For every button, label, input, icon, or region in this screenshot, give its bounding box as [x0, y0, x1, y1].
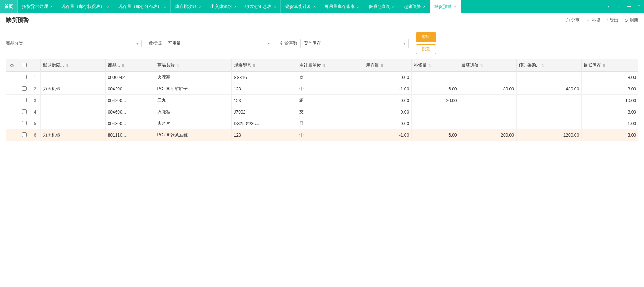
td-checkbox-1[interactable]: [19, 83, 30, 95]
th-min-stock[interactable]: 最低库存 ⇅: [582, 59, 638, 72]
replenish-button[interactable]: ＋ 补货: [586, 17, 600, 24]
select-all-checkbox[interactable]: [22, 63, 27, 67]
td-row-number-0: 1: [30, 72, 40, 83]
nav-tab-demand-stat-close[interactable]: ×: [313, 4, 316, 9]
table-row[interactable]: 1 0000042 火花塞 SS816 支 0.00 8.00: [6, 72, 638, 83]
refresh-button[interactable]: ↻ 刷新: [624, 17, 638, 23]
row-checkbox-3[interactable]: [22, 109, 27, 114]
table-row[interactable]: 3 004200... 三九 123 箱 0.00 20.00 10.00: [6, 95, 638, 106]
td-row-number-1: 2: [30, 83, 40, 95]
th-spec-label: 规格型号: [234, 62, 251, 69]
nav-tab-batch-account-close[interactable]: ×: [199, 4, 201, 9]
nav-tab-shortage-close[interactable]: ×: [454, 4, 456, 9]
nav-tab-overstock-close[interactable]: ×: [423, 4, 425, 9]
nav-tab-inventory-status-close[interactable]: ×: [107, 4, 109, 9]
row-checkbox-4[interactable]: [22, 121, 27, 125]
td-latest-price-2: [459, 95, 516, 106]
td-checkbox-0[interactable]: [19, 72, 30, 83]
nav-tab-in-out-flow[interactable]: 出入库流水 ×: [206, 0, 241, 13]
row-checkbox-2[interactable]: [22, 98, 27, 102]
nav-tab-receive-summary[interactable]: 收发存汇总表 ×: [241, 0, 280, 13]
nav-tab-receive-summary-close[interactable]: ×: [274, 4, 276, 9]
nav-tab-shortage-label: 缺货预警: [434, 4, 452, 10]
nav-tab-abnormal[interactable]: 拣货异常处理 ×: [18, 0, 57, 13]
td-checkbox-5[interactable]: [19, 129, 30, 141]
th-unit-label: 主计量单位: [299, 62, 321, 69]
td-latest-price-1: 80.00: [459, 83, 516, 95]
th-checkbox[interactable]: [19, 59, 30, 72]
nav-tab-abnormal-close[interactable]: ×: [50, 4, 52, 9]
td-supplier-4: [40, 118, 105, 129]
th-unit[interactable]: 主计量单位 ⇅: [297, 59, 364, 72]
data-source-select[interactable]: 可用量 ▾: [165, 39, 273, 48]
td-gear-5: [6, 129, 19, 141]
th-default-supplier[interactable]: 默认供应... ⇅: [40, 59, 105, 72]
td-latest-price-0: [459, 72, 516, 83]
share-icon: ⬡: [566, 18, 570, 23]
sort-icon-stock: ⇅: [380, 63, 383, 67]
nav-tab-overstock[interactable]: 超储预警 ×: [399, 0, 430, 13]
th-est-purchase[interactable]: 预计采购... ⇅: [516, 59, 581, 72]
th-default-supplier-label: 默认供应...: [43, 62, 64, 69]
table-header: ⚙ 默认供应... ⇅ 商品...: [6, 59, 638, 72]
nav-tab-expiry-query-close[interactable]: ×: [392, 4, 395, 9]
data-table: ⚙ 默认供应... ⇅ 商品...: [6, 59, 638, 141]
category-filter-group: 商品分类 ▾: [6, 40, 142, 47]
nav-tab-available-ledger[interactable]: 可用量库存账本 ×: [320, 0, 364, 13]
th-replenish-qty[interactable]: 补货量 ⇅: [412, 59, 459, 72]
nav-tab-inventory-dist-close[interactable]: ×: [164, 4, 166, 9]
row-checkbox-5[interactable]: [22, 132, 27, 137]
th-product-code[interactable]: 商品... ⇅: [105, 59, 155, 72]
export-button[interactable]: ↑ 导出: [606, 17, 619, 23]
td-checkbox-2[interactable]: [19, 95, 30, 106]
td-replenish-qty-1: 6.00: [412, 83, 459, 95]
th-latest-price[interactable]: 最新进价 ⇅: [459, 59, 516, 72]
th-replenish-qty-label: 补货量: [414, 62, 427, 69]
settings-button[interactable]: 设置: [416, 44, 436, 54]
td-product-code-2: 004200...: [105, 95, 155, 106]
td-product-code-4: 004800...: [105, 118, 155, 129]
nav-tab-available-ledger-label: 可用量库存账本: [325, 4, 355, 10]
nav-tab-batch-account[interactable]: 库存批次账 ×: [171, 0, 206, 13]
nav-btn-maximize[interactable]: □: [634, 0, 644, 13]
export-icon: ↑: [606, 18, 609, 23]
query-button[interactable]: 查询: [416, 32, 436, 42]
table-row[interactable]: 2 力天机械 004200... PC200油缸缸子 123 个 -1.00 6…: [6, 83, 638, 95]
nav-tab-demand-stat[interactable]: 要货单统计表 ×: [281, 0, 320, 13]
td-checkbox-3[interactable]: [19, 106, 30, 118]
nav-tab-available-ledger-close[interactable]: ×: [357, 4, 359, 9]
category-select[interactable]: ▾: [26, 40, 142, 47]
table-row[interactable]: 5 004800... 离合片 DS250*23c... 只 0.00 1.00: [6, 118, 638, 129]
replenish-icon: ＋: [586, 17, 590, 24]
table-row[interactable]: 6 力天机械 801110... PC200张紧油缸 123 个 -1.00 6…: [6, 129, 638, 141]
td-unit-3: 支: [297, 106, 364, 118]
filter-action-buttons: 查询 设置: [416, 32, 436, 54]
row-checkbox-1[interactable]: [22, 86, 27, 91]
nav-tab-expiry-query[interactable]: 保质期查询 ×: [364, 0, 399, 13]
th-spec[interactable]: 规格型号 ⇅: [231, 59, 297, 72]
nav-tab-inventory-status[interactable]: 现存量（库存状况表） ×: [57, 0, 114, 13]
replenish-base-select[interactable]: 安全库存 ▾: [300, 39, 409, 48]
th-product-name[interactable]: 商品名称 ⇅: [155, 59, 231, 72]
nav-arrow-right[interactable]: ›: [614, 0, 624, 13]
td-supplier-3: [40, 106, 105, 118]
td-min-stock-1: 3.00: [582, 83, 638, 95]
th-gear[interactable]: ⚙: [6, 59, 19, 72]
td-gear-4: [6, 118, 19, 129]
td-gear-0: [6, 72, 19, 83]
share-button[interactable]: ⬡ 分享: [566, 17, 580, 23]
td-checkbox-4[interactable]: [19, 118, 30, 129]
row-checkbox-0[interactable]: [22, 75, 27, 79]
nav-tab-in-out-flow-close[interactable]: ×: [234, 4, 236, 9]
td-stock-4: 0.00: [364, 118, 411, 129]
td-est-purchase-5: 1200.00: [516, 129, 581, 141]
nav-arrow-left[interactable]: ‹: [604, 0, 614, 13]
nav-tab-shortage[interactable]: 缺货预警 ×: [430, 0, 461, 13]
nav-tab-inventory-dist[interactable]: 现存量（库存分布表） ×: [114, 0, 171, 13]
td-supplier-2: [40, 95, 105, 106]
th-stock[interactable]: 库存量 ⇅: [364, 59, 411, 72]
gear-icon[interactable]: ⚙: [10, 63, 14, 69]
nav-tab-home[interactable]: 首页: [0, 0, 18, 13]
nav-btn-minimize[interactable]: —: [624, 0, 634, 13]
table-row[interactable]: 4 004600... 火花塞 J7092 支 0.00 8.00: [6, 106, 638, 118]
